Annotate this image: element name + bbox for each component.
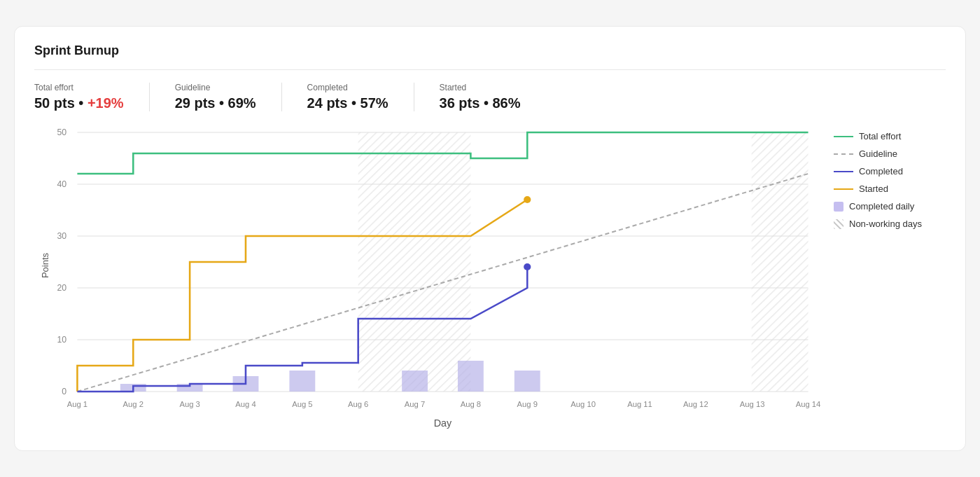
xlabel-aug14: Aug 14 (796, 400, 821, 408)
chart-wrapper: 0 10 20 30 40 50 Points Aug 1 Aug 2 Aug … (34, 125, 822, 436)
legend-label-total-effort: Total effort (859, 131, 901, 141)
metric-label-guideline: Guideline (175, 83, 256, 92)
chart-area: 0 10 20 30 40 50 Points Aug 1 Aug 2 Aug … (34, 125, 946, 436)
legend-total-effort: Total effort (834, 131, 946, 141)
xlabel-aug9: Aug 9 (517, 400, 538, 408)
xlabel-aug10: Aug 10 (570, 400, 596, 408)
metric-label-started: Started (440, 83, 521, 92)
metrics-row: Total effort 50 pts • +19% Guideline 29 … (34, 83, 946, 111)
bar-aug8 (458, 361, 484, 392)
ylabel-30: 30 (57, 231, 66, 241)
xlabel-aug6: Aug 6 (348, 400, 368, 408)
bar-aug5 (289, 371, 315, 392)
bar-aug9 (514, 371, 540, 392)
xlabel-aug7: Aug 7 (405, 400, 425, 408)
metric-started: Started 36 pts • 86% (440, 83, 546, 111)
nonworking-days-2 (752, 132, 808, 392)
legend-line-started (834, 188, 853, 190)
metric-extra-total-effort: +19% (88, 95, 124, 111)
chart-legend: Total effort Guideline Completed Started… (834, 125, 946, 436)
legend-line-completed (834, 171, 853, 172)
burnup-chart: 0 10 20 30 40 50 Points Aug 1 Aug 2 Aug … (34, 125, 822, 434)
legend-line-guideline (834, 153, 853, 155)
legend-label-completed: Completed (859, 166, 903, 177)
legend-completed-daily: Completed daily (834, 201, 946, 212)
xlabel-aug4: Aug 4 (235, 400, 255, 408)
legend-guideline: Guideline (834, 148, 946, 159)
legend-completed: Completed (834, 166, 946, 177)
yaxis-label: Points (40, 253, 50, 279)
xaxis-label: Day (434, 417, 452, 429)
legend-label-started: Started (859, 184, 888, 194)
metric-completed: Completed 24 pts • 57% (307, 83, 414, 111)
xlabel-aug12: Aug 12 (683, 400, 708, 408)
page-title: Sprint Burnup (34, 43, 946, 70)
xlabel-aug11: Aug 11 (627, 400, 652, 408)
ylabel-20: 20 (57, 283, 66, 293)
ylabel-0: 0 (62, 387, 66, 396)
ylabel-10: 10 (57, 335, 66, 345)
legend-nonworking: Non-working days (834, 219, 946, 229)
metric-label-completed: Completed (307, 83, 388, 92)
metric-value-completed: 24 pts • 57% (307, 95, 388, 111)
legend-square-completed-daily (834, 202, 844, 212)
xlabel-aug3: Aug 3 (179, 400, 200, 408)
legend-line-total-effort (834, 136, 853, 137)
ylabel-40: 40 (57, 179, 66, 189)
metric-label-total-effort: Total effort (34, 83, 124, 92)
metric-total-effort: Total effort 50 pts • +19% (34, 83, 150, 111)
xlabel-aug2: Aug 2 (123, 400, 144, 408)
legend-started: Started (834, 184, 946, 194)
bar-aug7 (402, 371, 428, 392)
xlabel-aug1: Aug 1 (67, 400, 88, 408)
metric-guideline: Guideline 29 pts • 69% (175, 83, 282, 111)
xlabel-aug8: Aug 8 (461, 400, 481, 408)
legend-label-completed-daily: Completed daily (849, 201, 914, 212)
metric-value-started: 36 pts • 86% (440, 95, 521, 111)
started-endpoint (524, 196, 531, 203)
nonworking-days-1 (358, 132, 471, 392)
legend-hatch-nonworking (834, 219, 844, 229)
xlabel-aug13: Aug 13 (740, 400, 765, 408)
metric-value-total-effort: 50 pts • +19% (34, 95, 124, 111)
sprint-burnup-card: Sprint Burnup Total effort 50 pts • +19%… (14, 26, 966, 451)
legend-label-guideline: Guideline (859, 148, 897, 159)
metric-value-guideline: 29 pts • 69% (175, 95, 256, 111)
completed-endpoint (524, 263, 531, 270)
ylabel-50: 50 (57, 127, 66, 137)
xlabel-aug5: Aug 5 (292, 400, 312, 408)
legend-label-nonworking: Non-working days (849, 219, 922, 229)
